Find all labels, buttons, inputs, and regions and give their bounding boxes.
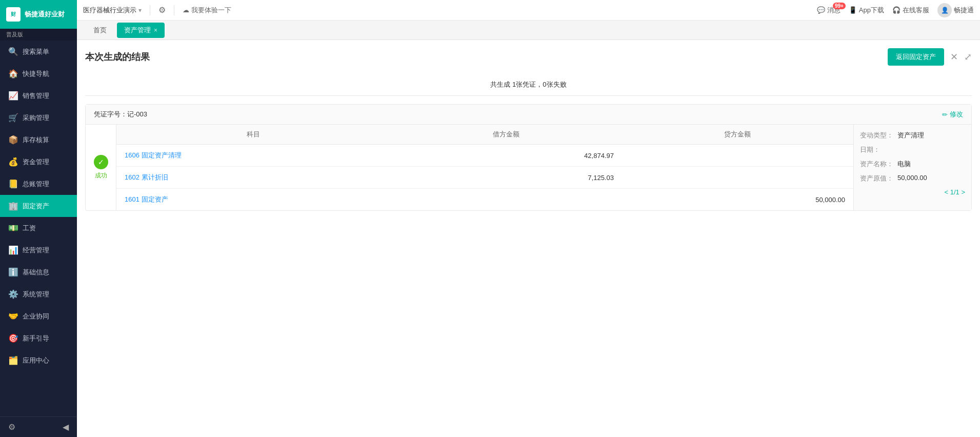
date-label: 日期： — [860, 145, 880, 154]
home-icon: 🏠 — [8, 69, 17, 78]
header-debit: 借方金额 — [391, 125, 622, 144]
row2-debit: 7,125.03 — [391, 168, 622, 188]
online-service-button[interactable]: 🎧 在线客服 — [892, 6, 929, 15]
cloud-icon: ☁ — [183, 6, 189, 14]
topbar-divider-1 — [150, 5, 150, 15]
sidebar-item-apps[interactable]: 🗂️ 应用中心 — [0, 349, 77, 371]
tabbar: 首页 资产管理 × — [77, 21, 980, 40]
sidebar-footer: ⚙ ◀ — [0, 416, 77, 437]
search-icon: 🔍 — [8, 47, 17, 56]
status-cell: ✓ 成功 — [86, 125, 116, 210]
sidebar-item-label: 搜索菜单 — [23, 47, 49, 56]
side-info-panel: 变动类型： 资产清理 日期： 资产名称： 电脑 资产原值： 50,000.00 — [853, 125, 971, 210]
page-nav[interactable]: < 1/1 > — [860, 188, 965, 196]
sidebar-item-search[interactable]: 🔍 搜索菜单 — [0, 41, 77, 63]
settings-footer-icon[interactable]: ⚙ — [8, 422, 15, 432]
phone-icon: 📱 — [849, 6, 857, 14]
sidebar-item-payroll[interactable]: 💵 工资 — [0, 217, 77, 239]
row2-subject[interactable]: 1602 累计折旧 — [116, 167, 391, 188]
summary-bar: 共生成 1张凭证，0张失败 — [85, 74, 972, 96]
close-panel-icon[interactable]: ✕ — [950, 51, 958, 63]
ops-icon: 📊 — [8, 245, 17, 255]
sidebar-item-collab[interactable]: 🤝 企业协同 — [0, 305, 77, 327]
sidebar-item-ledger[interactable]: 📒 总账管理 — [0, 173, 77, 195]
collab-icon: 🤝 — [8, 311, 17, 321]
row1-debit: 42,874.97 — [391, 146, 622, 166]
panel-header: 本次生成的结果 返回固定资产 ✕ ⤢ — [85, 48, 972, 66]
company-selector[interactable]: 医疗器械行业演示 ▾ — [83, 6, 142, 15]
date-row: 日期： — [860, 145, 965, 154]
messages-badge: 99+ — [833, 3, 846, 9]
app-download-button[interactable]: 📱 App下载 — [849, 6, 884, 15]
main-area: 医疗器械行业演示 ▾ ⚙ ☁ 我要体验一下 💬 消息 99+ 📱 App下载 🎧… — [77, 0, 980, 437]
voucher-number: 凭证字号：记-003 — [94, 110, 147, 119]
purchase-icon: 🛒 — [8, 113, 17, 123]
status-text: 成功 — [95, 171, 107, 180]
guide-icon: 🎯 — [8, 333, 17, 343]
topbar: 医疗器械行业演示 ▾ ⚙ ☁ 我要体验一下 💬 消息 99+ 📱 App下载 🎧… — [77, 0, 980, 21]
dropdown-icon: ▾ — [138, 7, 142, 14]
asset-name-value: 电脑 — [897, 160, 911, 169]
asset-name-label: 资产名称： — [860, 160, 893, 169]
settings-icon[interactable]: ⚙ — [158, 5, 166, 15]
tab-close-icon[interactable]: × — [154, 27, 157, 34]
expand-icon[interactable]: ⤢ — [964, 51, 972, 63]
row3-debit — [391, 193, 622, 206]
return-button[interactable]: 返回固定资产 — [888, 48, 944, 66]
row1-subject[interactable]: 1606 固定资产清理 — [116, 145, 391, 166]
fixed-assets-icon: 🏢 — [8, 201, 17, 211]
table-row: 1601 固定资产 50,000.00 — [116, 189, 853, 210]
sidebar-item-fixed-assets[interactable]: 🏢 固定资产 — [0, 195, 77, 217]
sidebar-item-system[interactable]: ⚙️ 系统管理 — [0, 283, 77, 305]
sidebar-nav: 🔍 搜索菜单 🏠 快捷导航 📈 销售管理 🛒 采购管理 📦 库存核算 💰 资金管… — [0, 41, 77, 416]
company-name: 医疗器械行业演示 — [83, 6, 136, 15]
sidebar-item-ops[interactable]: 📊 经营管理 — [0, 239, 77, 261]
change-type-row: 变动类型： 资产清理 — [860, 131, 965, 140]
sidebar-logo: 财 畅捷通好业财 — [0, 0, 77, 29]
basic-icon: ℹ️ — [8, 267, 17, 277]
summary-text: 共生成 1张凭证，0张失败 — [490, 81, 566, 88]
topbar-divider-2 — [174, 5, 174, 15]
user-menu[interactable]: 👤 畅捷通 — [937, 3, 974, 17]
finance-icon: 💰 — [8, 157, 17, 167]
voucher-body: ✓ 成功 科目 借方金额 贷方金额 1606 固定资产清理 42,874.97 — [86, 125, 971, 210]
sidebar-item-basic[interactable]: ℹ️ 基础信息 — [0, 261, 77, 283]
sidebar-item-sales[interactable]: 📈 销售管理 — [0, 85, 77, 107]
sidebar: 财 畅捷通好业财 普及版 🔍 搜索菜单 🏠 快捷导航 📈 销售管理 🛒 采购管理… — [0, 0, 77, 437]
ledger-icon: 📒 — [8, 179, 17, 189]
tab-asset-management[interactable]: 资产管理 × — [117, 23, 165, 38]
avatar: 👤 — [937, 3, 952, 17]
edition-label: 普及版 — [0, 29, 77, 41]
message-icon: 💬 — [817, 6, 825, 14]
edit-button[interactable]: ✏ 修改 — [942, 110, 963, 119]
apps-icon: 🗂️ — [8, 355, 17, 365]
content-area: 本次生成的结果 返回固定资产 ✕ ⤢ 共生成 1张凭证，0张失败 凭证字号：记-… — [77, 40, 980, 437]
voucher-table: 科目 借方金额 贷方金额 1606 固定资产清理 42,874.97 1602 … — [116, 125, 853, 210]
row2-credit — [622, 171, 853, 184]
messages-button[interactable]: 💬 消息 99+ — [817, 6, 841, 15]
table-row: 1606 固定资产清理 42,874.97 — [116, 145, 853, 167]
tab-home[interactable]: 首页 — [85, 23, 115, 38]
asset-name-row: 资产名称： 电脑 — [860, 160, 965, 169]
logo-icon: 财 — [6, 7, 21, 22]
service-icon: 🎧 — [892, 6, 901, 14]
change-type-value: 资产清理 — [897, 131, 924, 140]
edit-icon: ✏ — [942, 111, 948, 118]
sidebar-item-quick-nav[interactable]: 🏠 快捷导航 — [0, 63, 77, 85]
payroll-icon: 💵 — [8, 223, 17, 233]
collapse-icon[interactable]: ◀ — [63, 422, 69, 432]
row3-subject[interactable]: 1601 固定资产 — [116, 189, 391, 210]
asset-value-row: 资产原值： 50,000.00 — [860, 174, 965, 183]
table-row: 1602 累计折旧 7,125.03 — [116, 167, 853, 189]
change-type-label: 变动类型： — [860, 131, 893, 140]
sidebar-item-purchase[interactable]: 🛒 采购管理 — [0, 107, 77, 129]
success-icon: ✓ — [94, 155, 108, 169]
system-icon: ⚙️ — [8, 289, 17, 299]
sidebar-item-finance[interactable]: 💰 资金管理 — [0, 151, 77, 173]
experience-button[interactable]: ☁ 我要体验一下 — [183, 6, 231, 15]
asset-value-value: 50,000.00 — [897, 174, 927, 183]
sales-icon: 📈 — [8, 91, 17, 101]
sidebar-item-inventory[interactable]: 📦 库存核算 — [0, 129, 77, 151]
topbar-right: 💬 消息 99+ 📱 App下载 🎧 在线客服 👤 畅捷通 — [817, 3, 974, 17]
sidebar-item-guide[interactable]: 🎯 新手引导 — [0, 327, 77, 349]
